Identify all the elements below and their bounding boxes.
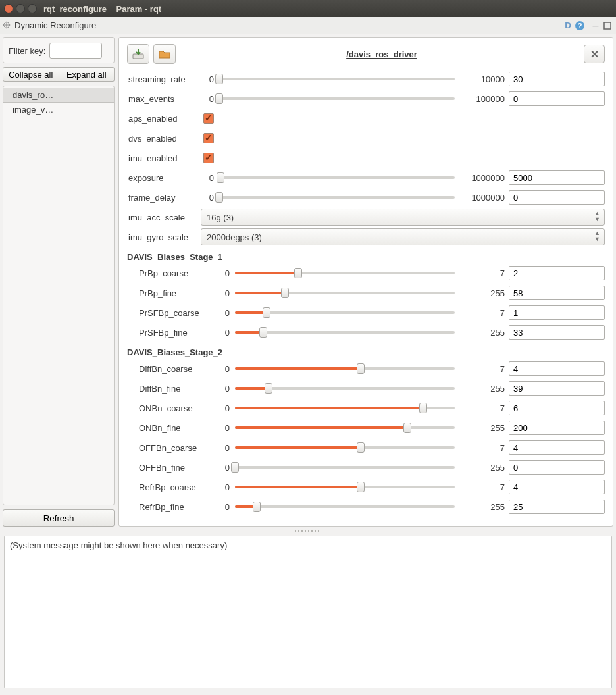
section-header: DAVIS_Biases_Stage_1 [127, 247, 605, 263]
param-max: 10000 [460, 74, 505, 84]
param-value-input[interactable] [509, 480, 605, 494]
param-value-input[interactable] [509, 460, 605, 475]
expand-all-button[interactable]: Expand all [59, 67, 115, 82]
param-row-PrSFBp_fine: PrSFBp_fine0255 [127, 322, 605, 342]
tree-item[interactable]: image_v… [3, 103, 114, 116]
param-row-OFFBn_coarse: OFFBn_coarse07 [127, 438, 605, 457]
close-panel-button[interactable]: ✕ [584, 45, 605, 63]
section-header: DAVIS_Biases_Stage_2 [127, 342, 605, 359]
param-label: imu_enabled [127, 153, 201, 163]
param-slider[interactable] [235, 402, 455, 414]
param-row-max_events: max_events0100000 [127, 89, 605, 109]
param-label: DiffBn_coarse [127, 364, 217, 374]
tree-item[interactable]: davis_ro… [3, 88, 114, 103]
param-slider[interactable] [219, 93, 455, 105]
window-minimize-button[interactable] [16, 4, 25, 13]
param-label: streaming_rate [127, 74, 201, 84]
param-min: 0 [217, 308, 230, 318]
param-row-PrBp_coarse: PrBp_coarse07 [127, 263, 605, 283]
param-dropdown[interactable]: 16g (3)▲▼ [201, 209, 605, 226]
param-label: dvs_enabled [127, 134, 201, 143]
param-value-input[interactable] [509, 170, 605, 185]
param-label: PrBp_coarse [127, 269, 217, 278]
param-min: 0 [201, 94, 214, 104]
param-min: 0 [217, 384, 230, 394]
param-min: 0 [217, 269, 230, 278]
param-row-ONBn_coarse: ONBn_coarse07 [127, 398, 605, 418]
param-label: PrBp_fine [127, 288, 217, 298]
filter-input[interactable] [49, 43, 102, 59]
splitter-handle[interactable] [0, 529, 616, 533]
param-slider[interactable] [235, 363, 455, 374]
param-row-frame_delay: frame_delay01000000 [127, 188, 605, 207]
param-value-input[interactable] [509, 91, 605, 106]
param-max: 255 [460, 328, 505, 338]
param-value-input[interactable] [509, 421, 605, 435]
param-min: 0 [217, 288, 230, 298]
param-value-input[interactable] [509, 266, 605, 280]
param-max: 100000 [460, 94, 505, 104]
param-label: RefrBp_fine [127, 502, 217, 512]
drag-handle-icon[interactable] [3, 21, 12, 30]
param-slider[interactable] [235, 326, 455, 338]
window-maximize-button[interactable] [28, 4, 37, 13]
help-icon[interactable]: ? [574, 20, 586, 32]
param-slider[interactable] [219, 73, 455, 85]
param-value-input[interactable] [509, 325, 605, 340]
param-dropdown[interactable]: 2000degps (3)▲▼ [201, 228, 605, 245]
param-max: 255 [460, 502, 505, 512]
parameter-panel: /davis_ros_driver ✕ streaming_rate010000… [118, 37, 613, 527]
param-row-DiffBn_fine: DiffBn_fine0255 [127, 378, 605, 398]
param-slider[interactable] [235, 461, 455, 473]
d-icon-button[interactable]: D [562, 20, 574, 32]
undock-plugin-button[interactable] [602, 20, 613, 32]
param-value-input[interactable] [509, 440, 605, 455]
param-slider[interactable] [219, 172, 455, 184]
param-label: imu_gyro_scale [127, 232, 201, 242]
load-config-button[interactable] [153, 44, 176, 64]
node-tree[interactable]: davis_ro…image_v… [3, 86, 115, 505]
param-checkbox[interactable] [203, 113, 214, 124]
refresh-button[interactable]: Refresh [3, 509, 115, 527]
param-max: 255 [460, 384, 505, 394]
status-message: (System message might be shown here when… [10, 540, 227, 550]
param-checkbox[interactable] [203, 153, 214, 163]
param-value-input[interactable] [509, 305, 605, 320]
param-value-input[interactable] [509, 500, 605, 514]
param-slider[interactable] [219, 192, 455, 203]
collapse-all-button[interactable]: Collapse all [3, 67, 59, 82]
folder-icon [159, 49, 170, 59]
param-label: OFFBn_fine [127, 463, 217, 473]
minimize-plugin-button[interactable]: – [590, 20, 602, 32]
param-value-input[interactable] [509, 72, 605, 86]
dropdown-value: 2000degps (3) [207, 232, 262, 242]
param-checkbox[interactable] [203, 133, 214, 143]
param-slider[interactable] [235, 382, 455, 394]
param-row-DiffBn_coarse: DiffBn_coarse07 [127, 359, 605, 378]
param-label: RefrBp_coarse [127, 482, 217, 492]
param-max: 7 [460, 269, 505, 278]
window-close-button[interactable] [4, 4, 13, 13]
param-slider[interactable] [235, 287, 455, 299]
param-slider[interactable] [235, 442, 455, 453]
svg-rect-2 [604, 22, 611, 29]
param-min: 0 [201, 193, 214, 203]
param-value-input[interactable] [509, 401, 605, 415]
filter-label: Filter key: [9, 46, 45, 56]
save-config-button[interactable] [127, 44, 149, 64]
param-value-input[interactable] [509, 190, 605, 205]
param-max: 1000000 [460, 173, 505, 183]
param-label: DiffBn_fine [127, 384, 217, 394]
param-slider[interactable] [235, 267, 455, 279]
dropdown-value: 16g (3) [207, 213, 234, 222]
param-slider[interactable] [235, 481, 455, 493]
param-row-aps_enabled: aps_enabled [127, 109, 605, 128]
chevron-updown-icon: ▲▼ [594, 211, 600, 222]
param-slider[interactable] [235, 422, 455, 434]
param-value-input[interactable] [509, 361, 605, 376]
param-slider[interactable] [235, 501, 455, 513]
param-slider[interactable] [235, 307, 455, 319]
param-row-ONBn_fine: ONBn_fine0255 [127, 418, 605, 438]
param-value-input[interactable] [509, 381, 605, 396]
param-value-input[interactable] [509, 286, 605, 300]
